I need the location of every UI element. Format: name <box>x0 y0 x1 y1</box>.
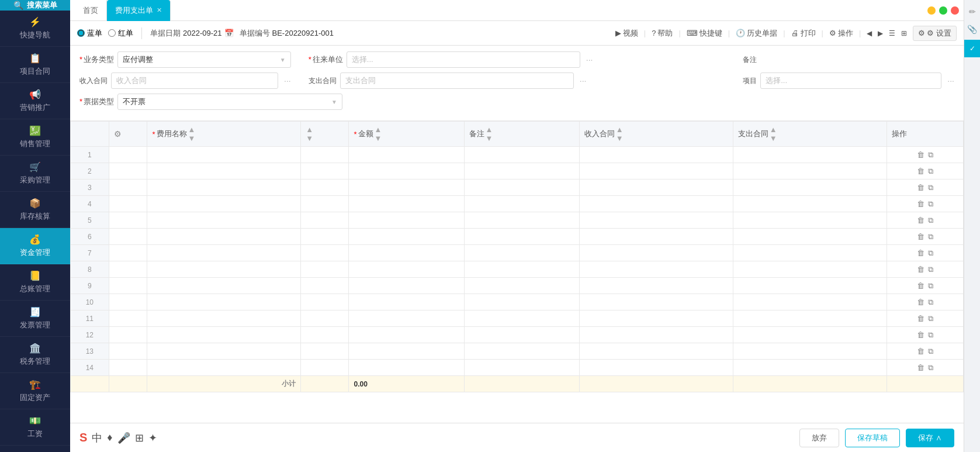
save-draft-button[interactable]: 保存草稿 <box>845 429 900 447</box>
mic-icon[interactable]: 🎤 <box>117 432 130 444</box>
row-income-contract-cell[interactable] <box>579 229 733 245</box>
row-expense-contract-cell[interactable] <box>733 196 886 212</box>
delete-icon[interactable]: 🗑 <box>917 363 924 372</box>
row-remark-cell[interactable] <box>464 327 579 343</box>
row-expense-contract-cell[interactable] <box>733 147 886 163</box>
partner-input[interactable]: 选择... <box>347 51 580 68</box>
row-amount-cell[interactable] <box>349 229 464 245</box>
row-remark-cell[interactable] <box>464 343 579 360</box>
row-income-contract-cell[interactable] <box>579 327 733 343</box>
nav-next-action[interactable]: ▶ <box>878 29 883 37</box>
th-sort-col[interactable]: ▲▼ <box>301 122 349 147</box>
save-button[interactable]: 保存 ∧ <box>906 429 954 447</box>
copy-icon[interactable]: ⧉ <box>928 232 933 241</box>
window-minimize-button[interactable] <box>927 6 936 15</box>
sidebar-item-purchase[interactable]: 🛒 采购管理 <box>0 156 70 192</box>
sort-remark-arrows[interactable]: ▲▼ <box>486 125 493 143</box>
th-expense-contract[interactable]: 支出合同 ▲▼ <box>733 122 886 147</box>
row-expense-name-cell[interactable] <box>147 147 301 163</box>
row-remark-cell[interactable] <box>464 360 579 376</box>
row-remark-cell[interactable] <box>464 229 579 245</box>
shortcut-action[interactable]: ⌨ 快捷键 <box>687 28 722 39</box>
sidebar-item-payroll[interactable]: 💵 工资 <box>0 409 70 446</box>
row-income-contract-cell[interactable] <box>579 196 733 212</box>
th-expense-name[interactable]: * 费用名称 ▲▼ <box>147 122 301 147</box>
settings-gear-icon[interactable]: ⚙ <box>114 129 122 139</box>
project-input[interactable]: 选择... <box>760 73 941 89</box>
row-expense-name-cell[interactable] <box>147 278 301 294</box>
view-grid-action[interactable]: ⊞ <box>901 29 907 37</box>
sidebar-item-marketing[interactable]: 📢 营销推广 <box>0 83 70 119</box>
sidebar-header[interactable]: 🔍 搜索菜单 <box>0 0 70 11</box>
radio-red[interactable]: 红单 <box>108 28 133 39</box>
sort-arrows[interactable]: ▲▼ <box>188 125 196 143</box>
row-expense-contract-cell[interactable] <box>733 163 886 180</box>
delete-icon[interactable]: 🗑 <box>917 249 924 257</box>
help-action[interactable]: ? 帮助 <box>652 28 673 39</box>
row-expense-contract-cell[interactable] <box>733 212 886 229</box>
row-expense-contract-cell[interactable] <box>733 343 886 360</box>
sort-expense-contract-arrows[interactable]: ▲▼ <box>770 125 777 143</box>
copy-icon[interactable]: ⧉ <box>928 199 933 209</box>
view-list-action[interactable]: ☰ <box>889 29 895 37</box>
row-income-contract-cell[interactable] <box>579 310 733 327</box>
sidebar-item-capital[interactable]: 💰 资金管理 <box>0 228 70 264</box>
discard-button[interactable]: 放弃 <box>799 429 839 447</box>
delete-icon[interactable]: 🗑 <box>917 167 924 175</box>
row-expense-name-cell[interactable] <box>147 163 301 180</box>
history-action[interactable]: 🕐 历史单据 <box>736 28 777 39</box>
tab-expense[interactable]: 费用支出单 ✕ <box>107 0 171 21</box>
row-expense-name-cell[interactable] <box>147 360 301 376</box>
delete-icon[interactable]: 🗑 <box>917 347 924 356</box>
copy-icon[interactable]: ⧉ <box>928 167 933 176</box>
row-amount-cell[interactable] <box>349 180 464 196</box>
sidebar-item-sales[interactable]: 💹 销售管理 <box>0 119 70 156</box>
income-contract-input[interactable]: 收入合同 <box>111 73 278 89</box>
sidebar-item-fixed-assets[interactable]: 🏗️ 固定资产 <box>0 373 70 409</box>
row-amount-cell[interactable] <box>349 343 464 360</box>
copy-icon[interactable]: ⧉ <box>928 281 933 291</box>
sidebar-item-business[interactable]: 📊 经营管理 <box>0 446 70 452</box>
row-expense-contract-cell[interactable] <box>733 245 886 261</box>
sidebar-item-quick-nav[interactable]: ⚡ 快捷导航 <box>0 11 70 47</box>
row-expense-contract-cell[interactable] <box>733 261 886 278</box>
row-income-contract-cell[interactable] <box>579 180 733 196</box>
th-income-contract[interactable]: 收入合同 ▲▼ <box>579 122 733 147</box>
sort-amount-arrows[interactable]: ▲▼ <box>375 125 382 143</box>
sort-income-arrows[interactable]: ▲▼ <box>616 125 624 143</box>
row-expense-contract-cell[interactable] <box>733 360 886 376</box>
row-income-contract-cell[interactable] <box>579 212 733 229</box>
delete-icon[interactable]: 🗑 <box>917 265 924 274</box>
copy-icon[interactable]: ⧉ <box>928 265 933 274</box>
chinese-icon[interactable]: 中 <box>92 431 102 445</box>
row-remark-cell[interactable] <box>464 147 579 163</box>
row-expense-contract-cell[interactable] <box>733 294 886 310</box>
row-amount-cell[interactable] <box>349 360 464 376</box>
row-expense-name-cell[interactable] <box>147 245 301 261</box>
copy-icon[interactable]: ⧉ <box>928 363 933 372</box>
delete-icon[interactable]: 🗑 <box>917 314 924 323</box>
delete-icon[interactable]: 🗑 <box>917 281 924 290</box>
right-panel-edit-icon[interactable]: ✏ <box>967 5 978 19</box>
row-expense-name-cell[interactable] <box>147 212 301 229</box>
row-expense-contract-cell[interactable] <box>733 229 886 245</box>
row-remark-cell[interactable] <box>464 278 579 294</box>
sidebar-item-inventory[interactable]: 📦 库存核算 <box>0 192 70 228</box>
row-income-contract-cell[interactable] <box>579 261 733 278</box>
business-type-select[interactable]: 应付调整 ▼ <box>117 51 291 68</box>
row-expense-name-cell[interactable] <box>147 196 301 212</box>
calendar-icon[interactable]: 📅 <box>224 29 234 37</box>
row-amount-cell[interactable] <box>349 147 464 163</box>
window-maximize-button[interactable] <box>939 6 947 15</box>
row-amount-cell[interactable] <box>349 310 464 327</box>
delete-icon[interactable]: 🗑 <box>917 232 924 241</box>
row-expense-contract-cell[interactable] <box>733 180 886 196</box>
copy-icon[interactable]: ⧉ <box>928 347 933 356</box>
window-close-button[interactable] <box>951 6 959 15</box>
expense-contract-more-icon[interactable]: ··· <box>580 76 587 85</box>
star-icon[interactable]: ✦ <box>148 432 157 444</box>
row-expense-contract-cell[interactable] <box>733 310 886 327</box>
row-amount-cell[interactable] <box>349 278 464 294</box>
row-expense-contract-cell[interactable] <box>733 327 886 343</box>
income-contract-more-icon[interactable]: ··· <box>284 76 291 85</box>
